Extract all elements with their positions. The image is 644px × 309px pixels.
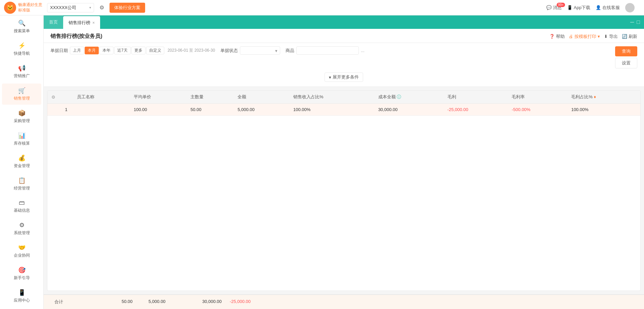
chevron-down-icon: ▾ — [329, 75, 331, 80]
date-btn-7days[interactable]: 近7天 — [114, 47, 131, 54]
online-service-label: 在线客服 — [602, 5, 620, 11]
sidebar-label-purchase: 采购管理 — [14, 118, 30, 124]
sidebar-item-management[interactable]: 📋 经营管理 — [2, 173, 41, 195]
sidebar-item-app-center[interactable]: 📱 应用中心 — [2, 286, 41, 307]
tab-home[interactable]: 首页 — [44, 15, 63, 29]
sidebar-item-inventory[interactable]: 📊 库存核算 — [2, 128, 41, 150]
tab-home-label: 首页 — [49, 19, 58, 25]
sidebar-item-marketing[interactable]: 📢 营销推广 — [2, 61, 41, 82]
sidebar-item-quick-nav[interactable]: ⚡ 快捷导航 — [2, 39, 41, 60]
date-btn-custom[interactable]: 自定义 — [146, 47, 164, 54]
sidebar-label-management: 经营管理 — [14, 186, 30, 191]
expand-row: ▾ 展开更多条件 — [50, 68, 637, 83]
query-button[interactable]: 查询 — [615, 46, 637, 56]
filter-area: 单据日期 上月 本月 本年 近7天 更多 自定义 2023-06-01 至 20… — [44, 43, 644, 87]
date-toggle-group: 上月 本月 本年 近7天 更多 自定义 — [70, 47, 164, 54]
date-btn-more[interactable]: 更多 — [131, 47, 145, 54]
sidebar-item-sales[interactable]: 🛒 销售管理 — [2, 84, 41, 105]
table-settings-button[interactable]: 设置 — [615, 58, 637, 68]
industry-button[interactable]: 体验行业方案 — [110, 3, 145, 13]
table-header-row: ⚙ 员工名称 平均单价 主数量 全额 销售收入占比% 成本全额 ⓘ 毛利 毛利率… — [47, 91, 640, 104]
logo-icon: 🐱 — [4, 2, 16, 14]
sidebar-label-search: 搜索菜单 — [14, 28, 30, 34]
sidebar-item-enterprise[interactable]: 🤝 企业协同 — [2, 241, 41, 262]
table-body: 1 100.00 50.00 5,000.00 100.00% 30,000.0… — [47, 104, 640, 116]
sidebar-item-system[interactable]: ⚙ 系统管理 — [2, 218, 41, 239]
export-button[interactable]: ⬇ 导出 — [604, 34, 618, 40]
tab-close-icon[interactable]: × — [92, 20, 95, 25]
goods-filter: 商品 ... — [286, 46, 364, 55]
th-cost: 成本全额 ⓘ — [374, 91, 443, 104]
cost-info-icon[interactable]: ⓘ — [397, 94, 401, 99]
finance-icon: 💰 — [18, 154, 26, 162]
row-settings-icon — [47, 104, 59, 116]
date-btn-last-month[interactable]: 上月 — [70, 47, 84, 54]
tab-sales-label: 销售排行榜 — [69, 20, 90, 26]
window-maximize-icon[interactable]: □ — [637, 19, 640, 25]
date-btn-this-year[interactable]: 本年 — [99, 47, 114, 54]
search-icon: 🔍 — [18, 19, 26, 27]
avatar[interactable] — [625, 3, 635, 12]
gross-pct-sort-icon[interactable]: ♦ — [594, 94, 596, 99]
purchase-icon: 📦 — [18, 109, 26, 117]
settings-icon[interactable]: ⚙ — [97, 3, 107, 13]
sidebar-item-purchase[interactable]: 📦 采购管理 — [2, 106, 41, 127]
th-amount: 全额 — [233, 91, 289, 104]
data-table: ⚙ 员工名称 平均单价 主数量 全额 销售收入占比% 成本全额 ⓘ 毛利 毛利率… — [47, 91, 640, 116]
goods-input[interactable] — [296, 46, 359, 55]
top-bar-right: 💬 消息 99+ 📱 App下载 👤 在线客服 — [546, 3, 640, 12]
footer-gross: -25,000.00 — [226, 298, 255, 306]
th-gross-rate: 毛利率 — [508, 91, 567, 104]
company-selector[interactable]: XXXXXX公司 ▾ — [47, 3, 94, 12]
expand-label: 展开更多条件 — [333, 74, 359, 80]
date-label: 单据日期 — [50, 48, 68, 54]
sidebar-item-basic-info[interactable]: 🗃 基础信息 — [2, 196, 41, 217]
service-icon: 👤 — [596, 5, 601, 10]
footer-amount: 5,000.00 — [144, 298, 171, 306]
footer-spacer1 — [77, 298, 118, 306]
logo-line1: 畅康通好生意 — [18, 2, 42, 8]
page-title: 销售排行榜(按业务员) — [50, 33, 102, 40]
status-select[interactable] — [240, 46, 280, 55]
window-minimize-icon[interactable]: ─ — [630, 19, 634, 25]
sidebar-item-guide[interactable]: 🎯 新手引导 — [2, 263, 41, 284]
print-label: 按模板打印 — [574, 34, 596, 40]
th-name: 员工名称 — [73, 91, 130, 104]
app-download-button[interactable]: 📱 App下载 — [567, 5, 590, 11]
sales-icon: 🛒 — [18, 87, 26, 94]
footer-label: 合计 — [50, 298, 77, 306]
footer-qty: 50.00 — [118, 298, 144, 306]
sidebar-label-quick-nav: 快捷导航 — [14, 51, 30, 56]
refresh-button[interactable]: 🔄 刷新 — [622, 34, 637, 40]
th-settings[interactable]: ⚙ — [47, 91, 59, 104]
sidebar: 🔍 搜索菜单 ⚡ 快捷导航 📢 营销推广 🛒 销售管理 📦 采购管理 📊 库存核… — [0, 15, 44, 309]
online-service-button[interactable]: 👤 在线客服 — [596, 5, 620, 11]
marketing-icon: 📢 — [18, 64, 26, 72]
message-button[interactable]: 💬 消息 99+ — [546, 5, 562, 11]
logo-emoji: 🐱 — [7, 4, 13, 11]
th-sales-pct: 销售收入占比% — [289, 91, 374, 104]
help-button[interactable]: ❓ 帮助 — [549, 34, 565, 40]
sidebar-label-marketing: 营销推广 — [14, 73, 30, 79]
print-chevron-icon: ▾ — [598, 34, 600, 39]
print-button[interactable]: 🖨 按模板打印 ▾ — [569, 34, 600, 40]
header-actions: ❓ 帮助 🖨 按模板打印 ▾ ⬇ 导出 🔄 — [549, 34, 637, 40]
sidebar-item-search[interactable]: 🔍 搜索菜单 — [2, 16, 41, 37]
system-icon: ⚙ — [19, 221, 25, 229]
expand-more-button[interactable]: ▾ 展开更多条件 — [325, 72, 363, 82]
sidebar-label-guide: 新手引导 — [14, 275, 30, 281]
message-icon: 💬 — [546, 5, 552, 10]
company-name: XXXXXX公司 — [50, 5, 88, 11]
goods-more-btn[interactable]: ... — [361, 48, 364, 53]
top-bar: 🐱 畅康通好生意 标准版 XXXXXX公司 ▾ ⚙ 体验行业方案 💬 消息 99… — [0, 0, 644, 15]
date-btn-this-month[interactable]: 本月 — [85, 47, 99, 54]
export-label: 导出 — [609, 34, 618, 40]
tab-sales-ranking[interactable]: 销售排行榜 × — [63, 16, 100, 30]
date-filter: 单据日期 上月 本月 本年 近7天 更多 自定义 2023-06-01 至 20… — [50, 47, 215, 54]
sidebar-label-enterprise: 企业协同 — [14, 253, 30, 258]
guide-icon: 🎯 — [18, 266, 26, 274]
quick-nav-icon: ⚡ — [18, 42, 26, 49]
sidebar-item-finance[interactable]: 💰 资金管理 — [2, 151, 41, 172]
th-gross-pct: 毛利占比% ♦ — [567, 91, 640, 104]
export-icon: ⬇ — [604, 34, 608, 39]
